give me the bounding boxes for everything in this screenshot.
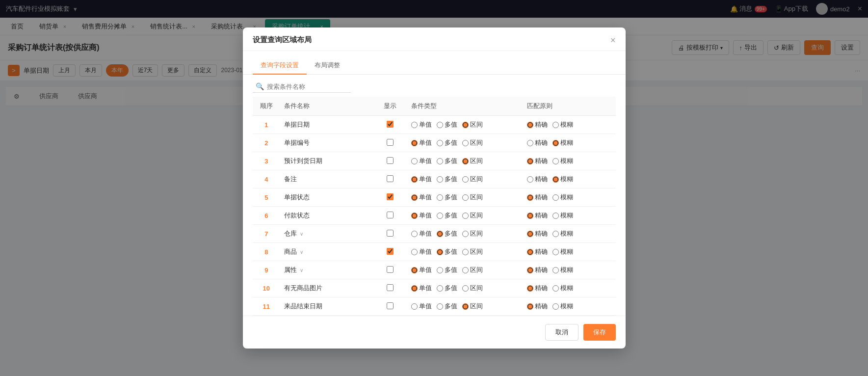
- modal-close-button[interactable]: ×: [610, 36, 616, 45]
- tab-layout-adjust[interactable]: 布局调整: [307, 57, 348, 75]
- type-radio-多值[interactable]: [437, 249, 443, 255]
- show-checkbox-3[interactable]: [387, 157, 394, 164]
- type-option-区间[interactable]: 区间: [462, 138, 483, 147]
- type-radio-区间[interactable]: [462, 140, 469, 146]
- rule-option-精确[interactable]: 精确: [527, 193, 548, 202]
- show-checkbox-2[interactable]: [387, 139, 394, 146]
- rule-radio-精确[interactable]: [527, 140, 533, 146]
- type-option-单值[interactable]: 单值: [411, 211, 432, 220]
- type-radio-区间[interactable]: [462, 194, 469, 201]
- rule-radio-模糊[interactable]: [552, 194, 559, 201]
- show-checkbox-4[interactable]: [387, 175, 394, 182]
- rule-option-精确[interactable]: 精确: [527, 157, 548, 165]
- type-option-多值[interactable]: 多值: [437, 247, 457, 256]
- search-input[interactable]: [267, 83, 345, 90]
- type-option-单值[interactable]: 单值: [411, 120, 432, 129]
- rule-option-模糊[interactable]: 模糊: [552, 175, 573, 184]
- type-option-多值[interactable]: 多值: [437, 120, 457, 129]
- type-radio-单值[interactable]: [411, 158, 418, 164]
- rule-option-模糊[interactable]: 模糊: [552, 120, 573, 129]
- type-option-区间[interactable]: 区间: [462, 175, 483, 184]
- type-radio-多值[interactable]: [437, 267, 443, 273]
- type-option-多值[interactable]: 多值: [437, 266, 457, 274]
- type-option-单值[interactable]: 单值: [411, 175, 432, 184]
- type-option-多值[interactable]: 多值: [437, 157, 457, 165]
- rule-radio-模糊[interactable]: [552, 267, 559, 273]
- rule-option-精确[interactable]: 精确: [527, 138, 548, 147]
- type-radio-单值[interactable]: [411, 176, 418, 183]
- rule-radio-精确[interactable]: [527, 267, 533, 273]
- type-radio-单值[interactable]: [411, 231, 418, 237]
- type-radio-单值[interactable]: [411, 194, 418, 201]
- tab-query-fields[interactable]: 查询字段设置: [253, 57, 307, 75]
- show-checkbox-6[interactable]: [387, 212, 394, 218]
- show-checkbox-9[interactable]: [387, 266, 394, 273]
- type-radio-区间[interactable]: [462, 158, 469, 164]
- type-radio-单值[interactable]: [411, 213, 418, 219]
- type-radio-单值[interactable]: [411, 140, 418, 146]
- rule-radio-精确[interactable]: [527, 231, 533, 237]
- type-option-区间[interactable]: 区间: [462, 247, 483, 256]
- rule-option-模糊[interactable]: 模糊: [552, 157, 573, 165]
- dropdown-arrow-icon[interactable]: ∨: [300, 231, 303, 237]
- type-option-单值[interactable]: 单值: [411, 193, 432, 202]
- type-option-单值[interactable]: 单值: [411, 266, 432, 274]
- type-radio-多值[interactable]: [437, 122, 443, 128]
- type-radio-区间[interactable]: [462, 249, 469, 255]
- type-option-区间[interactable]: 区间: [462, 229, 483, 238]
- type-radio-多值[interactable]: [437, 231, 443, 237]
- rule-radio-模糊[interactable]: [552, 231, 559, 237]
- rule-option-精确[interactable]: 精确: [527, 211, 548, 220]
- dropdown-arrow-icon[interactable]: ∨: [300, 268, 303, 273]
- type-option-多值[interactable]: 多值: [437, 211, 457, 220]
- type-option-多值[interactable]: 多值: [437, 138, 457, 147]
- rule-option-精确[interactable]: 精确: [527, 266, 548, 274]
- type-option-单值[interactable]: 单值: [411, 229, 432, 238]
- rule-radio-精确[interactable]: [527, 176, 533, 183]
- rule-radio-模糊[interactable]: [552, 176, 559, 183]
- rule-option-精确[interactable]: 精确: [527, 247, 548, 256]
- type-option-区间[interactable]: 区间: [462, 211, 483, 220]
- rule-radio-模糊[interactable]: [552, 158, 559, 164]
- rule-option-模糊[interactable]: 模糊: [552, 247, 573, 256]
- show-checkbox-8[interactable]: [387, 248, 394, 255]
- show-checkbox-5[interactable]: [387, 193, 394, 200]
- type-option-单值[interactable]: 单值: [411, 247, 432, 256]
- rule-option-精确[interactable]: 精确: [527, 175, 548, 184]
- show-checkbox-7[interactable]: [387, 230, 394, 237]
- rule-option-精确[interactable]: 精确: [527, 120, 548, 129]
- rule-radio-精确[interactable]: [527, 194, 533, 201]
- type-radio-单值[interactable]: [411, 267, 418, 273]
- type-option-单值[interactable]: 单值: [411, 157, 432, 165]
- type-option-区间[interactable]: 区间: [462, 157, 483, 165]
- rule-radio-模糊[interactable]: [552, 249, 559, 255]
- dropdown-arrow-icon[interactable]: ∨: [300, 249, 303, 255]
- rule-option-模糊[interactable]: 模糊: [552, 211, 573, 220]
- rule-radio-精确[interactable]: [527, 249, 533, 255]
- type-radio-区间[interactable]: [462, 122, 469, 128]
- type-radio-区间[interactable]: [462, 231, 469, 237]
- type-option-多值[interactable]: 多值: [437, 175, 457, 184]
- rule-option-模糊[interactable]: 模糊: [552, 229, 573, 238]
- type-option-单值[interactable]: 单值: [411, 138, 432, 147]
- rule-radio-模糊[interactable]: [552, 140, 559, 146]
- type-option-区间[interactable]: 区间: [462, 120, 483, 129]
- rule-radio-模糊[interactable]: [552, 213, 559, 219]
- type-option-多值[interactable]: 多值: [437, 229, 457, 238]
- type-radio-多值[interactable]: [437, 194, 443, 201]
- rule-radio-精确[interactable]: [527, 122, 533, 128]
- rule-option-模糊[interactable]: 模糊: [552, 266, 573, 274]
- type-radio-多值[interactable]: [437, 158, 443, 164]
- type-option-多值[interactable]: 多值: [437, 193, 457, 202]
- rule-radio-精确[interactable]: [527, 213, 533, 219]
- rule-radio-模糊[interactable]: [552, 122, 559, 128]
- type-option-区间[interactable]: 区间: [462, 193, 483, 202]
- show-checkbox-1[interactable]: [387, 121, 394, 128]
- type-radio-单值[interactable]: [411, 122, 418, 128]
- type-radio-多值[interactable]: [437, 140, 443, 146]
- type-radio-多值[interactable]: [437, 213, 443, 219]
- type-radio-区间[interactable]: [462, 267, 469, 273]
- type-option-区间[interactable]: 区间: [462, 266, 483, 274]
- rule-option-模糊[interactable]: 模糊: [552, 138, 573, 147]
- type-radio-多值[interactable]: [437, 176, 443, 183]
